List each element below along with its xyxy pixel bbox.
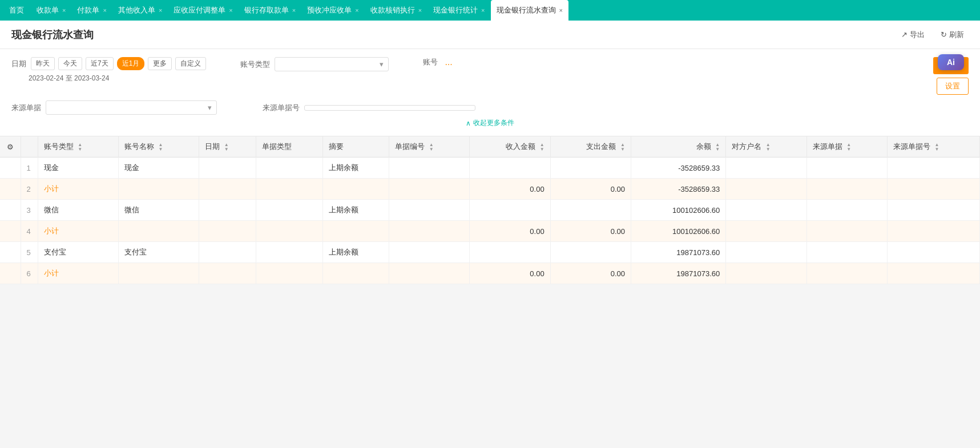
cell-summary: 上期余额 <box>322 242 389 263</box>
table-col-expense[interactable]: 支出金额 ▲▼ <box>550 136 631 158</box>
cell-account-name: 微信 <box>118 200 199 221</box>
nav-tab-现金银行流水查询[interactable]: 现金银行流水查询 × <box>491 0 568 21</box>
table-row[interactable]: 5支付宝支付宝上期余额19871073.60 <box>0 242 980 263</box>
cell-summary: 上期余额 <box>322 200 389 221</box>
date-btn-1month[interactable]: 近1月 <box>117 57 145 70</box>
transactions-table: ⚙ 账号类型 ▲▼ 账号名称 ▲▼ 日期 ▲▼ 单据类型 摘 <box>0 136 980 284</box>
table-col-source-doc[interactable]: 来源单据 ▲▼ <box>806 136 887 158</box>
refresh-icon: ↻ <box>941 30 947 39</box>
table-col-date[interactable]: 日期 ▲▼ <box>199 136 256 158</box>
nav-tab-银行存取款单[interactable]: 银行存取款单 × <box>239 0 301 21</box>
source-doc-select[interactable]: ▾ <box>46 100 217 115</box>
collapse-bar[interactable]: ∧ 收起更多条件 <box>11 116 969 130</box>
top-navigation: 首页 收款单 × 付款单 × 其他收入单 × 应收应付调整单 × 银行存取款单 … <box>0 0 980 21</box>
cell-source-doc <box>806 200 887 221</box>
row-gear <box>0 179 21 200</box>
nav-tab-收款单[interactable]: 收款单 × <box>31 0 71 21</box>
cell-expense: 0.00 <box>550 263 631 284</box>
nav-tab-现金银行统计[interactable]: 现金银行统计 × <box>428 0 490 21</box>
close-icon[interactable]: × <box>159 7 162 14</box>
cell-source-doc <box>806 263 887 284</box>
sort-icon: ▲▼ <box>766 143 771 152</box>
date-options: 昨天 今天 近7天 近1月 更多 自定义 <box>31 57 206 70</box>
cell-income: 0.00 <box>470 221 550 242</box>
cell-date <box>199 242 256 263</box>
settings-button[interactable]: 设置 <box>937 78 969 95</box>
date-btn-custom[interactable]: 自定义 <box>175 57 206 70</box>
nav-tab-其他收入单[interactable]: 其他收入单 × <box>112 0 168 21</box>
cell-doc-no <box>389 158 470 179</box>
cell-source-doc-no <box>887 221 979 242</box>
table-col-income[interactable]: 收入金额 ▲▼ <box>470 136 550 158</box>
table-row[interactable]: 6小计0.000.0019871073.60 <box>0 263 980 284</box>
cell-source-doc-no <box>887 263 979 284</box>
refresh-button[interactable]: ↻ 刷新 <box>936 27 969 42</box>
close-icon[interactable]: × <box>292 7 296 14</box>
row-number: 1 <box>21 158 38 179</box>
header-actions: ↗ 导出 ↻ 刷新 <box>897 27 969 42</box>
cell-account-type: 现金 <box>38 158 118 179</box>
nav-home[interactable]: 首页 <box>2 5 31 15</box>
close-icon[interactable]: × <box>481 7 485 14</box>
nav-tab-应收应付调整单[interactable]: 应收应付调整单 × <box>168 0 238 21</box>
close-icon[interactable]: × <box>355 7 358 14</box>
date-btn-more[interactable]: 更多 <box>148 57 172 70</box>
sort-icon: ▲▼ <box>846 143 851 152</box>
cell-source-doc <box>806 221 887 242</box>
close-icon[interactable]: × <box>229 7 232 14</box>
ai-assistant-badge[interactable]: Ai <box>938 54 964 70</box>
table-col-account-name[interactable]: 账号名称 ▲▼ <box>118 136 199 158</box>
account-label: 账号 <box>423 57 438 67</box>
cell-income <box>470 242 550 263</box>
cell-expense: 0.00 <box>550 179 631 200</box>
sort-icon: ▲▼ <box>158 143 163 152</box>
table-row[interactable]: 1现金现金上期余额-3528659.33 <box>0 158 980 179</box>
export-button[interactable]: ↗ 导出 <box>897 27 929 42</box>
cell-doc-no <box>389 242 470 263</box>
close-icon[interactable]: × <box>62 7 66 14</box>
cell-doc-no <box>389 179 470 200</box>
cell-counterparty <box>726 221 806 242</box>
table-row[interactable]: 3微信微信上期余额100102606.60 <box>0 200 980 221</box>
row-number: 6 <box>21 263 38 284</box>
cell-account-type: 小计 <box>38 263 118 284</box>
table-body: 1现金现金上期余额-3528659.332小计0.000.00-3528659.… <box>0 158 980 284</box>
cell-counterparty <box>726 263 806 284</box>
nav-tab-付款单[interactable]: 付款单 × <box>71 0 112 21</box>
source-doc-num-input[interactable] <box>304 105 475 111</box>
close-icon[interactable]: × <box>418 7 422 14</box>
cell-source-doc <box>806 242 887 263</box>
cell-account-name <box>118 179 199 200</box>
date-btn-yesterday[interactable]: 昨天 <box>31 57 55 70</box>
account-type-select[interactable]: ▾ <box>275 57 389 71</box>
nav-tab-预收冲应收单[interactable]: 预收冲应收单 × <box>301 0 364 21</box>
cell-date <box>199 179 256 200</box>
cell-source-doc <box>806 179 887 200</box>
date-btn-7days[interactable]: 近7天 <box>86 57 114 70</box>
cell-source-doc <box>806 158 887 179</box>
close-icon[interactable]: × <box>559 7 563 14</box>
close-icon[interactable]: × <box>103 7 106 14</box>
row-number: 5 <box>21 242 38 263</box>
nav-tab-收款核销执行[interactable]: 收款核销执行 × <box>365 0 428 21</box>
source-doc-label: 来源单据 <box>11 103 41 113</box>
table-col-counterparty[interactable]: 对方户名 ▲▼ <box>726 136 806 158</box>
table-row[interactable]: 2小计0.000.00-3528659.33 <box>0 179 980 200</box>
table-row[interactable]: 4小计0.000.00100102606.60 <box>0 221 980 242</box>
cell-income: 0.00 <box>470 263 550 284</box>
table-col-doc-type: 单据类型 <box>256 136 322 158</box>
cell-account-type: 小计 <box>38 179 118 200</box>
date-btn-today[interactable]: 今天 <box>58 57 82 70</box>
cell-balance: -3528659.33 <box>631 158 726 179</box>
table-col-balance[interactable]: 余额 ▲▼ <box>631 136 726 158</box>
table-col-num <box>21 136 38 158</box>
account-dots[interactable]: ... <box>442 57 454 67</box>
table-col-account-type[interactable]: 账号类型 ▲▼ <box>38 136 118 158</box>
sort-icon: ▲▼ <box>540 143 545 152</box>
row-gear <box>0 221 21 242</box>
table-col-gear[interactable]: ⚙ <box>0 136 21 158</box>
table-col-doc-no[interactable]: 单据编号 ▲▼ <box>389 136 470 158</box>
cell-doc-no <box>389 221 470 242</box>
date-range-display: 2023-02-24 至 2023-03-24 <box>11 74 206 83</box>
table-col-source-doc-no[interactable]: 来源单据号 ▲▼ <box>887 136 979 158</box>
